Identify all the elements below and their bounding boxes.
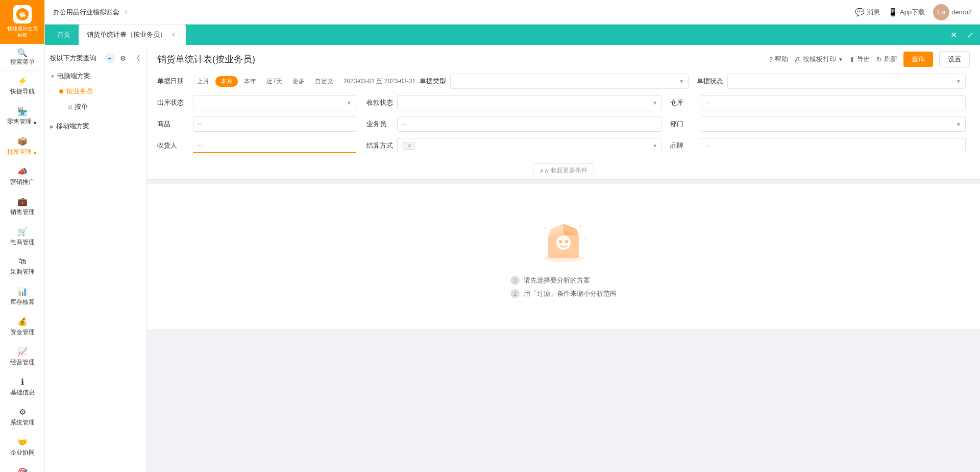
date-tab-thismonth[interactable]: 本月 bbox=[215, 76, 238, 87]
date-tab-thisyear[interactable]: 本年 bbox=[240, 76, 260, 87]
receiver-select[interactable]: ··· bbox=[193, 138, 356, 153]
doctype-arrow-icon: ▼ bbox=[679, 79, 684, 84]
sidebar-item-sales[interactable]: 💼 销售管理 bbox=[0, 192, 44, 222]
date-range-text: 2023-03-01 至 2023-03-31 bbox=[344, 77, 415, 86]
basic-icon: ℹ bbox=[21, 377, 24, 387]
mobile-scheme-parent[interactable]: ▶ 移动端方案 bbox=[45, 119, 146, 134]
sidebar-item-cooperation[interactable]: 🤝 企业协同 bbox=[0, 432, 44, 462]
download-btn[interactable]: 📱 App下载 bbox=[888, 8, 925, 17]
username: demo2 bbox=[951, 8, 972, 16]
logo-text: 畅捷通好生意 bbox=[7, 26, 38, 32]
left-panel-collapse-btn[interactable]: 《 bbox=[131, 53, 141, 63]
collapse-row: ∧∧ 收起更多条件 bbox=[157, 159, 970, 179]
sales-icon: 💼 bbox=[17, 197, 28, 206]
tab-home-label: 首页 bbox=[57, 30, 70, 39]
query-btn[interactable]: 查询 bbox=[903, 52, 933, 67]
doctype-select[interactable]: ▼ bbox=[450, 74, 689, 89]
sidebar-sales-label: 销售管理 bbox=[10, 208, 35, 217]
sidebar-inventory-label: 库存核算 bbox=[10, 298, 35, 306]
topbar: 办公用品行业模拟账套 ∨ 💬 消息 📱 App下载 Ea demo2 bbox=[45, 0, 980, 25]
paymentmethod-tag-close[interactable]: ✕ bbox=[407, 143, 411, 149]
date-tab-lastmonth[interactable]: 上月 bbox=[193, 76, 213, 87]
business-icon: 📈 bbox=[17, 347, 28, 357]
date-tab-custom[interactable]: 自定义 bbox=[311, 76, 337, 87]
warehouse-select[interactable]: ··· bbox=[701, 95, 966, 110]
sidebar-item-newguide[interactable]: 🎯 新手引导 bbox=[0, 462, 44, 472]
sidebar-item-ecommerce[interactable]: 🛒 电商管理 bbox=[0, 222, 44, 252]
filter-row-4: 收货人 ··· 结算方式 ✕ ▼ bbox=[157, 138, 970, 153]
export-icon: ⬆ bbox=[849, 56, 855, 63]
message-icon: 💬 bbox=[855, 8, 865, 17]
refresh-label: 刷新 bbox=[884, 55, 897, 64]
tab-close-icon[interactable]: × bbox=[169, 31, 178, 39]
mobile-scheme-label: 移动端方案 bbox=[56, 122, 89, 131]
sidebar-item-marketing[interactable]: 📣 营销推广 bbox=[0, 161, 44, 192]
product-select[interactable]: ··· bbox=[193, 116, 356, 132]
sidebar-item-wholesale[interactable]: 📦 批发管理 ▲ bbox=[0, 131, 44, 161]
tab-salereport-label: 销货单统计表（按业务员） bbox=[87, 30, 166, 39]
sidebar-item-retail[interactable]: 🏪 零售管理 ▲ bbox=[0, 101, 44, 131]
cooperation-icon: 🤝 bbox=[17, 437, 28, 447]
sidebar-logo: 畅 畅捷通好生意 标账 bbox=[0, 0, 44, 44]
outstatus-select[interactable]: ▼ bbox=[193, 95, 356, 110]
topbar-left: 办公用品行业模拟账套 ∨ bbox=[53, 8, 129, 17]
logo-icon: 畅 bbox=[13, 5, 32, 23]
collapse-btn[interactable]: ∧∧ 收起更多条件 bbox=[533, 163, 594, 177]
user-area[interactable]: Ea demo2 bbox=[933, 4, 972, 20]
salesperson-select[interactable]: ··· bbox=[397, 116, 662, 132]
tree-grandchild-byorder[interactable]: ⊞ 按单 bbox=[45, 99, 146, 114]
export-btn[interactable]: ⬆ 导出 bbox=[849, 55, 870, 64]
receiver-dots: ··· bbox=[197, 141, 202, 149]
tab-home[interactable]: 首页 bbox=[49, 25, 79, 45]
outstatus-label: 出库状态 bbox=[157, 98, 193, 107]
department-select[interactable]: ▼ bbox=[701, 116, 966, 132]
tree-child-salesperson-label: 按业务员 bbox=[66, 87, 93, 96]
help-btn[interactable]: ? 帮助 bbox=[769, 55, 788, 64]
left-panel-add-btn[interactable]: + bbox=[105, 53, 115, 63]
sidebar-finance-label: 资金管理 bbox=[10, 328, 35, 337]
sidebar-item-finance[interactable]: 💰 资金管理 bbox=[0, 312, 44, 342]
date-tab-more[interactable]: 更多 bbox=[288, 76, 309, 87]
pc-scheme-parent[interactable]: ▼ 电脑端方案 bbox=[45, 68, 146, 84]
date-tab-7days[interactable]: 近7天 bbox=[262, 76, 286, 87]
settings-btn[interactable]: 设置 bbox=[939, 51, 970, 67]
sidebar-item-system[interactable]: ⚙ 系统管理 bbox=[0, 402, 44, 432]
sidebar-item-basic[interactable]: ℹ 基础信息 bbox=[0, 372, 44, 402]
left-panel-edit-btn[interactable]: ⚙ bbox=[118, 53, 128, 63]
filter-col-doctype: 单据类型 ▼ bbox=[415, 74, 693, 89]
tab-salereport[interactable]: 销货单统计表（按业务员） × bbox=[79, 25, 186, 45]
paymentstatus-select[interactable]: ▼ bbox=[397, 95, 662, 110]
marketing-icon: 📣 bbox=[17, 167, 28, 176]
sidebar-item-purchase[interactable]: 🛍 采购管理 bbox=[0, 252, 44, 281]
print-label: 按模板打印 bbox=[803, 55, 836, 64]
docstatus-label: 单据状态 bbox=[697, 77, 727, 86]
tab-close-all-btn[interactable]: ✕ bbox=[947, 29, 960, 41]
newguide-icon: 🎯 bbox=[17, 467, 28, 472]
docstatus-arrow-icon: ▼ bbox=[956, 79, 961, 84]
retail-arrow-icon: ▲ bbox=[33, 120, 37, 125]
page-title: 销货单统计表(按业务员) bbox=[157, 53, 255, 65]
refresh-btn[interactable]: ↻ 刷新 bbox=[876, 55, 897, 64]
sidebar-item-search[interactable]: 🔍 搜索菜单 bbox=[0, 44, 44, 71]
print-btn[interactable]: 🖨 按模板打印 ▼ bbox=[794, 55, 843, 64]
sidebar-ecommerce-label: 电商管理 bbox=[10, 238, 35, 247]
docstatus-select[interactable]: ▼ bbox=[727, 74, 966, 89]
brand-dots: ··· bbox=[705, 142, 710, 149]
message-btn[interactable]: 💬 消息 bbox=[855, 8, 880, 17]
page-header: 销货单统计表(按业务员) ? 帮助 🖨 按模板打印 ▼ ⬆ bbox=[147, 45, 980, 180]
sidebar-item-quicknav[interactable]: ⚡ 快捷导航 bbox=[0, 71, 44, 101]
sidebar-basic-label: 基础信息 bbox=[10, 388, 35, 397]
brand-select[interactable]: ··· bbox=[701, 138, 966, 153]
sidebar-item-business[interactable]: 📈 经营管理 bbox=[0, 342, 44, 372]
paymentmethod-select[interactable]: ✕ ▼ bbox=[397, 138, 662, 153]
print-arrow-icon: ▼ bbox=[838, 57, 843, 62]
tip-icon-1: 1 bbox=[513, 277, 517, 284]
print-icon: 🖨 bbox=[794, 56, 801, 63]
tree-child-salesperson[interactable]: 按业务员 bbox=[45, 84, 146, 99]
tab-maximize-btn[interactable]: ⤢ bbox=[964, 29, 976, 41]
sidebar-item-inventory[interactable]: 📊 库存核算 bbox=[0, 281, 44, 312]
paymentmethod-arrow-icon: ▼ bbox=[652, 143, 657, 149]
download-label: App下载 bbox=[900, 8, 925, 17]
product-label: 商品 bbox=[157, 120, 193, 129]
filter-row-3: 商品 ··· 业务员 ··· 部门 bbox=[157, 116, 970, 132]
